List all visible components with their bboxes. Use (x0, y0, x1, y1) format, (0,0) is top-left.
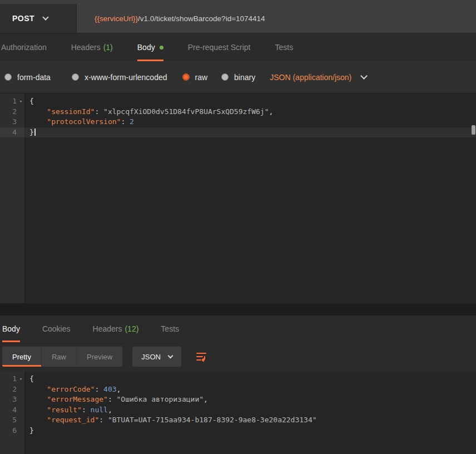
code-token: } (29, 128, 34, 136)
tab-label: Authorization (1, 43, 47, 52)
fold-spacer (17, 415, 25, 426)
request-body-editor[interactable]: 1▾{2 "sessionId": "xlpcqfXiOD0dv51D84fvP… (0, 93, 476, 303)
response-code-lines: 1▾{2 "errorCode": 403,3 "errorMessage": … (0, 371, 476, 436)
code-line[interactable]: 4} (0, 127, 476, 138)
response-tab-tests[interactable]: Tests (161, 315, 179, 342)
code-token: { (29, 374, 34, 383)
code-token: "sessionId" (47, 107, 95, 116)
radio-icon (4, 73, 12, 81)
code-token: "errorMessage" (47, 395, 108, 403)
code-text: "protocolVersion": 2 (25, 117, 134, 127)
code-token (29, 385, 47, 393)
mode-binary[interactable]: binary (221, 73, 255, 82)
tab-label: Cookies (42, 324, 71, 333)
code-token: "Ошибка авторизации" (117, 395, 204, 403)
url-input[interactable]: {{serviceUrl}}/v1.0/ticket/showBarcode?i… (77, 4, 476, 33)
content-type-label: JSON (application/json) (270, 73, 351, 82)
tab-pre-request-script[interactable]: Pre-request Script (188, 33, 251, 61)
mode-x-www-form-urlencoded[interactable]: x-www-form-urlencoded (72, 73, 167, 82)
fold-spacer (17, 384, 25, 395)
code-line[interactable]: 2 "sessionId": "xlpcqfXiOD0dv51D84fvP8UA… (0, 107, 476, 117)
code-line[interactable]: 3 "protocolVersion": 2 (0, 117, 476, 127)
code-token (29, 117, 47, 126)
scrollbar-thumb[interactable] (472, 125, 475, 135)
response-tab-headers[interactable]: Headers(12) (93, 315, 139, 342)
fold-spacer (17, 107, 25, 117)
response-format-label: JSON (141, 353, 161, 361)
code-line: 1▾{ (0, 374, 476, 384)
mode-label: binary (234, 73, 255, 82)
fold-spacer (17, 127, 25, 138)
mode-label: x-www-form-urlencoded (85, 73, 167, 82)
content-type-dropdown[interactable]: JSON (application/json) (270, 73, 366, 82)
line-number: 3 (0, 117, 17, 127)
line-number: 6 (0, 426, 17, 436)
fold-spacer (17, 405, 25, 416)
response-body-editor[interactable]: 1▾{2 "errorCode": 403,3 "errorMessage": … (0, 371, 476, 454)
code-token: , (108, 406, 112, 414)
line-number: 1 (0, 96, 17, 107)
request-tabs: Authorization Headers(1) Body Pre-reques… (0, 33, 476, 61)
code-token: { (29, 97, 34, 105)
code-token: 403 (103, 385, 116, 393)
code-token: : (99, 416, 108, 424)
chevron-down-icon (167, 353, 173, 359)
headers-count-badge: (1) (103, 43, 113, 52)
response-headers-count-badge: (12) (125, 324, 138, 333)
code-token: : (121, 117, 130, 126)
code-line[interactable]: 1▾{ (0, 96, 476, 107)
body-set-indicator-dot (160, 46, 163, 50)
view-mode-preview[interactable]: Preview (76, 347, 122, 367)
code-token: "BTUAT=UAT-715aa934-b187-8392-9ae8-3e20a… (108, 416, 317, 424)
fold-spacer (17, 394, 25, 405)
text-cursor (34, 129, 36, 136)
code-token: null (91, 406, 108, 414)
tab-headers[interactable]: Headers(1) (71, 33, 113, 61)
code-token: , (204, 395, 208, 403)
code-token (29, 107, 47, 116)
fold-toggle-icon[interactable]: ▾ (17, 374, 25, 384)
response-format-dropdown[interactable]: JSON (132, 347, 181, 367)
code-token: , (117, 385, 121, 393)
radio-icon (72, 73, 79, 81)
code-text: "request_id": "BTUAT=UAT-715aa934-b187-8… (25, 415, 317, 426)
tab-label: Tests (275, 43, 294, 52)
line-number: 2 (0, 107, 17, 117)
tab-label: Body (137, 43, 155, 52)
method-label: POST (12, 14, 34, 23)
wrap-text-icon (195, 351, 207, 363)
response-tab-cookies[interactable]: Cookies (42, 315, 71, 342)
view-mode-label: Pretty (12, 353, 31, 361)
view-mode-pretty[interactable]: Pretty (2, 347, 41, 367)
line-number: 1 (0, 374, 17, 384)
code-text: "result": null, (25, 405, 112, 416)
tab-tests[interactable]: Tests (275, 33, 294, 61)
tab-label: Pre-request Script (188, 43, 251, 52)
tab-authorization[interactable]: Authorization (1, 33, 47, 61)
line-number: 4 (0, 405, 17, 416)
view-mode-raw[interactable]: Raw (41, 347, 76, 367)
mode-label: raw (195, 73, 208, 82)
mode-form-data[interactable]: form-data (4, 73, 51, 82)
tab-body[interactable]: Body (137, 33, 163, 61)
request-code-lines[interactable]: 1▾{2 "sessionId": "xlpcqfXiOD0dv51D84fvP… (0, 93, 476, 137)
wrap-text-button[interactable] (191, 347, 211, 367)
code-token (29, 395, 47, 403)
chevron-down-icon (42, 14, 48, 20)
method-dropdown[interactable]: POST (0, 4, 77, 33)
code-token: 2 (130, 117, 134, 126)
response-tab-body[interactable]: Body (2, 315, 20, 342)
code-token (29, 406, 47, 414)
view-mode-group: Pretty Raw Preview (2, 347, 122, 367)
fold-toggle-icon[interactable]: ▾ (17, 96, 25, 107)
tab-label: Body (2, 324, 20, 333)
code-token: } (29, 426, 34, 435)
mode-raw[interactable]: raw (182, 73, 208, 82)
chevron-down-icon (360, 72, 368, 80)
radio-selected-icon (182, 73, 190, 81)
code-line: 5 "request_id": "BTUAT=UAT-715aa934-b187… (0, 415, 476, 426)
code-token (29, 416, 47, 424)
mode-label: form-data (17, 73, 51, 82)
code-token: : (95, 107, 103, 116)
code-token: "result" (47, 406, 82, 414)
